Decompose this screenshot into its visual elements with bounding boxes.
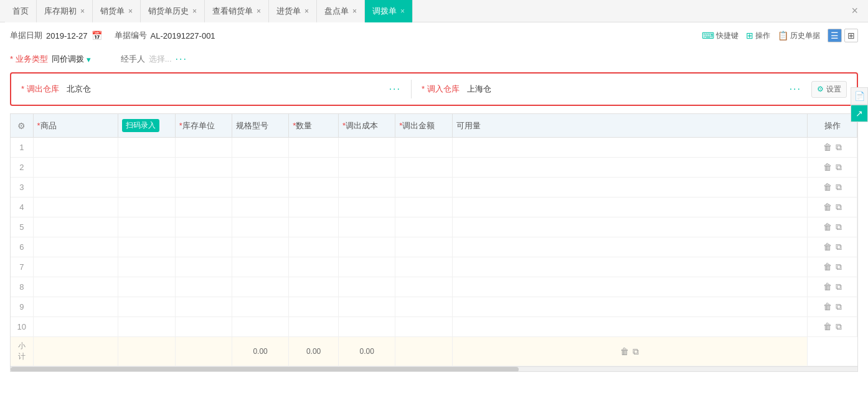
tab-close-inventory-init[interactable]: × — [80, 7, 85, 16]
row-delete-icon[interactable]: 🗑 — [823, 262, 832, 272]
warehouse-out-section: * 调出仓库 北京仓 ··· — [21, 83, 401, 95]
main-content: * 业务类型 同价调拨 ▾ 经手人 选择... ··· * 调出仓库 北京仓 ·… — [0, 46, 868, 379]
row-delete-icon[interactable]: 🗑 — [823, 242, 832, 252]
side-tool-doc[interactable]: 📄 — [851, 87, 868, 105]
cell-goods[interactable] — [33, 297, 118, 317]
tab-bar-close-button[interactable]: × — [846, 4, 863, 17]
table-row: 小计 0.00 0.00 0.00 🗑 ⧉ — [11, 337, 857, 366]
row-num: 3 — [11, 178, 33, 198]
biz-type-select[interactable]: 同价调拨 ▾ — [52, 54, 91, 65]
warehouse-out-value[interactable]: 北京仓 — [67, 83, 91, 95]
doc-date-label: 单据日期 — [10, 30, 42, 41]
subtotal-label: 小计 — [11, 337, 33, 366]
biz-type-chevron-icon: ▾ — [87, 55, 91, 64]
doc-header: 单据日期 2019-12-27 📅 单据编号 AL-20191227-001 ⌨… — [0, 22, 868, 42]
cell-goods[interactable] — [33, 138, 118, 158]
row-copy-icon[interactable]: ⧉ — [836, 182, 842, 193]
layout-grid-button[interactable]: ⊞ — [844, 29, 858, 42]
settings-button[interactable]: ⚙ 设置 — [811, 81, 847, 98]
tab-inventory-init[interactable]: 库存期初 × — [37, 0, 93, 22]
toolbar-right: ⌨ 快捷键 ⊞ 操作 📋 历史单据 ☰ ⊞ — [702, 29, 858, 42]
layout-list-icon: ☰ — [831, 31, 839, 40]
row-delete-icon[interactable]: 🗑 — [823, 321, 832, 332]
doc-date-value: 2019-12-27 — [46, 31, 88, 40]
items-table: ⚙ *商品 扫码录入 *库存单位 规格型号 *数量 — [11, 114, 857, 366]
row-num: 4 — [11, 198, 33, 217]
tab-close-transfer[interactable]: × — [400, 7, 405, 16]
cell-goods[interactable] — [33, 178, 118, 198]
layout-list-button[interactable]: ☰ — [828, 29, 842, 42]
shortcut-button[interactable]: ⌨ 快捷键 — [702, 31, 738, 41]
cell-goods[interactable] — [33, 217, 118, 237]
warehouse-in-value[interactable]: 上海仓 — [467, 83, 491, 95]
row-delete-icon[interactable]: 🗑 — [823, 202, 832, 212]
handler-dots-icon[interactable]: ··· — [176, 54, 187, 65]
tab-close-view-sales[interactable]: × — [257, 7, 261, 16]
horizontal-scrollbar[interactable] — [11, 366, 857, 371]
table-row: 10 🗑 ⧉ — [11, 317, 857, 337]
tab-close-stocktake[interactable]: × — [352, 7, 357, 16]
tab-close-purchase[interactable]: × — [304, 7, 309, 16]
row-delete-icon[interactable]: 🗑 — [823, 182, 832, 193]
history-icon: 📋 — [778, 31, 788, 40]
scan-button[interactable]: 扫码录入 — [122, 119, 159, 132]
table-header-row: ⚙ *商品 扫码录入 *库存单位 规格型号 *数量 — [11, 114, 857, 138]
tab-view-sales[interactable]: 查看销货单 × — [205, 0, 269, 22]
row-delete-icon[interactable]: 🗑 — [823, 142, 832, 153]
tab-home[interactable]: 首页 — [5, 0, 37, 22]
form-row-biz: * 业务类型 同价调拨 ▾ 经手人 选择... ··· — [10, 54, 858, 65]
row-copy-icon[interactable]: ⧉ — [836, 262, 842, 272]
operate-icon: ⊞ — [746, 31, 753, 40]
tab-bar: 首页 库存期初 × 销货单 × 销货单历史 × 查看销货单 × 进货单 × 盘点… — [0, 0, 868, 22]
tab-sales-history[interactable]: 销货单历史 × — [141, 0, 205, 22]
table-gear-icon[interactable]: ⚙ — [17, 121, 26, 131]
tab-sales-order[interactable]: 销货单 × — [93, 0, 141, 22]
row-delete-icon[interactable]: 🗑 — [823, 302, 832, 312]
tab-transfer[interactable]: 调拨单 × — [365, 0, 413, 22]
cell-goods[interactable] — [33, 317, 118, 337]
shortcut-icon: ⌨ — [702, 31, 714, 40]
row-copy-icon[interactable]: ⧉ — [836, 222, 842, 232]
warehouse-in-dots-icon[interactable]: ··· — [790, 83, 801, 95]
tab-purchase[interactable]: 进货单 × — [269, 0, 317, 22]
cell-goods[interactable] — [33, 277, 118, 297]
row-num: 5 — [11, 217, 33, 237]
handler-select[interactable]: 选择... — [149, 54, 172, 65]
cell-goods[interactable] — [33, 158, 118, 178]
col-spec: 规格型号 — [232, 114, 288, 138]
row-copy-icon[interactable]: ⧉ — [836, 162, 842, 173]
cell-goods[interactable] — [33, 198, 118, 217]
row-delete-icon[interactable]: 🗑 — [823, 282, 832, 292]
row-copy-icon[interactable]: ⧉ — [836, 142, 842, 153]
col-goods: *商品 — [33, 114, 118, 138]
row-delete-icon[interactable]: 🗑 — [823, 162, 832, 173]
row-copy-icon[interactable]: ⧉ — [836, 321, 842, 332]
row-delete-icon[interactable]: 🗑 — [823, 222, 832, 232]
history-button[interactable]: 📋 历史单据 — [778, 31, 820, 41]
warehouse-out-dots-icon[interactable]: ··· — [389, 83, 401, 95]
calendar-icon[interactable]: 📅 — [92, 31, 102, 40]
side-tool-export[interactable]: ↗ — [851, 105, 868, 122]
scroll-thumb[interactable] — [11, 367, 519, 372]
row-delete-icon[interactable]: 🗑 — [620, 346, 629, 357]
col-cost: *调出成本 — [339, 114, 395, 138]
row-copy-icon[interactable]: ⧉ — [836, 302, 842, 312]
tab-stocktake[interactable]: 盘点单 × — [317, 0, 365, 22]
cell-goods[interactable] — [33, 257, 118, 277]
row-num: 10 — [11, 317, 33, 337]
row-copy-icon[interactable]: ⧉ — [836, 242, 842, 252]
row-copy-icon[interactable]: ⧉ — [633, 346, 639, 357]
row-copy-icon[interactable]: ⧉ — [836, 202, 842, 212]
cell-goods[interactable] — [33, 237, 118, 257]
col-scan: 扫码录入 — [118, 114, 175, 138]
table-row: 8 🗑 ⧉ — [11, 277, 857, 297]
table-row: 4 🗑 ⧉ — [11, 198, 857, 217]
doc-no-label: 单据编号 — [115, 30, 147, 41]
tab-close-sales-history[interactable]: × — [192, 7, 197, 16]
operate-button[interactable]: ⊞ 操作 — [746, 31, 770, 41]
warehouse-divider — [411, 80, 412, 98]
tab-close-sales-order[interactable]: × — [128, 7, 133, 16]
col-gear[interactable]: ⚙ — [11, 114, 33, 138]
row-copy-icon[interactable]: ⧉ — [836, 282, 842, 292]
table-body: 1 🗑 ⧉ 2 — [11, 138, 857, 366]
